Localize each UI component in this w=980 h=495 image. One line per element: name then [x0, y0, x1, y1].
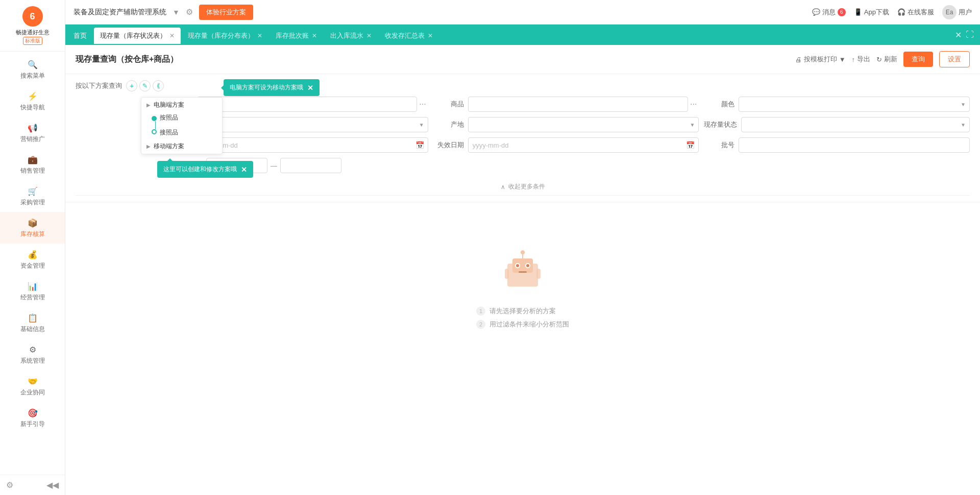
refresh-btn[interactable]: ↻ 刷新	[876, 55, 897, 64]
expire-date-input[interactable]	[468, 137, 699, 153]
sidebar-label-operation: 经营管理	[20, 293, 45, 302]
sidebar-item-stock[interactable]: 📦 库存核算	[0, 212, 65, 244]
tab-stock-status-close[interactable]: ✕	[169, 32, 175, 39]
query-btn[interactable]: 查询	[903, 52, 933, 67]
empty-illustration	[497, 243, 548, 294]
produce-date-input[interactable]	[197, 137, 428, 153]
money-icon: 💰	[27, 249, 38, 260]
sidebar-item-search[interactable]: 🔍 搜索菜单	[0, 54, 65, 85]
title-dropdown-icon[interactable]: ▼	[173, 8, 180, 16]
sidebar-item-finance[interactable]: 💰 资金管理	[0, 244, 65, 275]
add-scheme-btn[interactable]: +	[126, 80, 137, 91]
step-1-label: 请先选择要分析的方案	[489, 307, 556, 316]
refresh-icon: ↻	[876, 56, 882, 63]
tab-bar-actions: ✕ ⛶	[955, 30, 978, 40]
settings-btn[interactable]: 设置	[939, 51, 970, 67]
goods-input[interactable]	[468, 97, 688, 112]
online-service-item[interactable]: 🎧 在线客服	[897, 8, 934, 17]
tree-dot-empty	[152, 129, 157, 134]
tooltip-create-text: 这里可以创建和修改方案哦	[163, 165, 237, 174]
tooltip-create-close[interactable]: ✕	[241, 166, 247, 174]
tree-dot-line	[155, 121, 156, 129]
sidebar-item-guide[interactable]: 🎯 新手引导	[0, 402, 65, 434]
goods-label: 商品	[433, 100, 464, 109]
tab-stock-status[interactable]: 现存量（库存状况表） ✕	[94, 28, 181, 44]
sidebar-item-marketing[interactable]: 📢 营销推广	[0, 117, 65, 149]
tab-close-all-icon[interactable]: ✕	[955, 30, 962, 40]
tree-item-desktop[interactable]: ▶ 电脑端方案	[141, 98, 222, 112]
stock-qty-max-input[interactable]	[280, 158, 341, 173]
size-select[interactable]	[197, 117, 428, 132]
logo-icon: 6	[22, 6, 43, 27]
goods-dots-btn[interactable]: ···	[688, 100, 699, 109]
filter-actions: + ✎ ⟪	[126, 80, 164, 91]
tab-home-label: 首页	[74, 31, 87, 40]
sidebar-item-system[interactable]: ⚙ 系统管理	[0, 339, 65, 370]
collapse-btn[interactable]: ∧ 收起更多条件	[501, 182, 545, 191]
export-btn[interactable]: ↑ 导出	[852, 55, 871, 64]
color-label: 颜色	[704, 100, 734, 109]
sidebar-item-basic[interactable]: 📋 基础信息	[0, 307, 65, 339]
sidebar-item-quick[interactable]: ⚡ 快捷导航	[0, 85, 65, 117]
tab-recv-summary-close[interactable]: ✕	[428, 32, 433, 39]
stock-qty-range: —	[206, 158, 970, 173]
gear-icon: ⚙	[27, 344, 38, 355]
tooltip-scheme-close[interactable]: ✕	[307, 84, 313, 92]
tab-bar: 首页 现存量（库存状况表） ✕ 现存量（库存分布表） ✕ 库存批次账 ✕ 出入库…	[65, 25, 980, 45]
sidebar-item-operation[interactable]: 📊 经营管理	[0, 275, 65, 307]
tab-stock-dist-close[interactable]: ✕	[257, 32, 262, 39]
tab-stock-status-label: 现存量（库存状况表）	[100, 31, 166, 40]
tab-inout-flow-close[interactable]: ✕	[366, 32, 372, 39]
sidebar-item-sales[interactable]: 💼 销售管理	[0, 149, 65, 180]
settings-footer-icon[interactable]: ⚙	[6, 480, 13, 490]
industry-btn[interactable]: 体验行业方案	[199, 5, 253, 20]
header-right: 💬 消息 6 📱 App下载 🎧 在线客服 Ea 用户	[812, 5, 972, 19]
origin-select[interactable]	[468, 117, 699, 132]
color-select-wrap: ▼	[739, 97, 970, 112]
tab-stock-batch[interactable]: 库存批次账 ✕	[270, 28, 323, 44]
tab-stock-dist[interactable]: 现存量（库存分布表） ✕	[182, 28, 268, 44]
filter-field-origin: 产地 ▼	[433, 117, 699, 132]
color-select[interactable]	[739, 97, 970, 112]
logo-area: 6 畅捷通好生意 标准版	[0, 0, 65, 52]
clipboard-icon: 📋	[27, 312, 38, 323]
phone-icon: 📱	[854, 8, 862, 16]
tab-inout-flow[interactable]: 出入库流水 ✕	[324, 28, 378, 44]
tab-stock-dist-label: 现存量（库存分布表）	[188, 31, 254, 40]
tab-recv-summary[interactable]: 收发存汇总表 ✕	[379, 28, 439, 44]
megaphone-icon: 📢	[27, 122, 38, 133]
print-btn[interactable]: 🖨 按模板打印 ▼	[795, 55, 846, 64]
chart-icon: 📊	[27, 280, 38, 292]
sidebar-item-collab[interactable]: 🤝 企业协同	[0, 370, 65, 402]
lightning-icon: ⚡	[27, 90, 38, 102]
guide-icon: 🎯	[27, 407, 38, 418]
stock-status-select[interactable]	[741, 117, 970, 132]
empty-step-2: 2 用过滤条件来缩小分析范围	[476, 320, 569, 329]
origin-select-wrap: ▼	[468, 117, 699, 132]
avatar: Ea	[942, 5, 957, 19]
app-download-item[interactable]: 📱 App下载	[854, 8, 889, 17]
chevron-up-icon: ∧	[501, 183, 505, 191]
sidebar-item-purchase[interactable]: 🛒 采购管理	[0, 180, 65, 212]
scheme-name2-label: 接照品	[160, 128, 178, 137]
tab-fullscreen-icon[interactable]: ⛶	[966, 30, 974, 39]
warehouse-input[interactable]	[197, 97, 417, 112]
edit-scheme-btn[interactable]: ✎	[139, 80, 151, 91]
back-scheme-btn[interactable]: ⟪	[153, 80, 164, 91]
header-settings-icon[interactable]: ⚙	[186, 7, 193, 17]
batch-input[interactable]	[739, 137, 970, 153]
filter-field-color: 颜色 ▼	[704, 97, 970, 112]
tree-item-mobile[interactable]: ▶ 移动端方案	[141, 139, 222, 154]
tab-stock-batch-close[interactable]: ✕	[312, 32, 317, 39]
message-item[interactable]: 💬 消息 6	[812, 8, 846, 17]
filter-area: 按以下方案查询 + ✎ ⟪ ▶ 电脑端方案	[65, 74, 980, 202]
collapse-sidebar-icon[interactable]: ◀◀	[46, 480, 59, 490]
filter-header: 按以下方案查询 + ✎ ⟪	[76, 80, 970, 91]
handshake-icon: 🤝	[27, 375, 38, 387]
user-item[interactable]: Ea 用户	[942, 5, 972, 19]
tab-home[interactable]: 首页	[67, 28, 93, 44]
warehouse-dots-btn[interactable]: ···	[417, 100, 428, 109]
scheme-name-label: 按照品	[160, 113, 178, 122]
desktop-scheme-label: 电脑端方案	[154, 101, 184, 109]
page-content: 现存量查询（按仓库+商品） 🖨 按模板打印 ▼ ↑ 导出 ↻ 刷新	[65, 45, 980, 495]
